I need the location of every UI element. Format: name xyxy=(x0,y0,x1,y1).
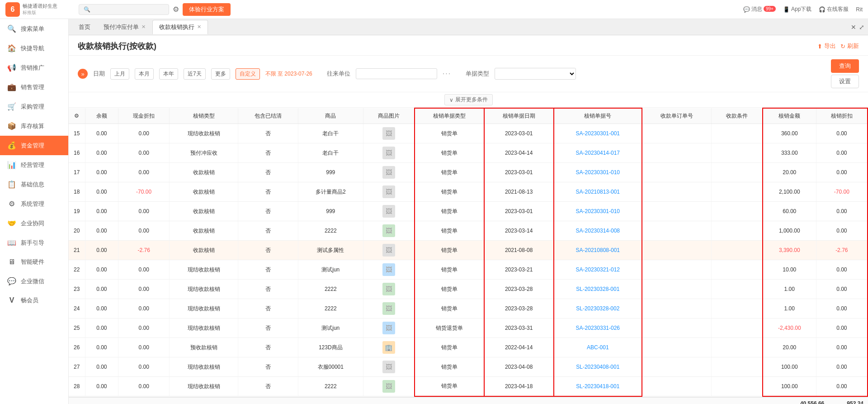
cell-bill-no[interactable]: SL-20230418-001 xyxy=(554,377,642,396)
bill-no-link[interactable]: SA-20230301-010 xyxy=(576,169,620,176)
top-search-area: 🔍 ⚙ 体验行业方案 xyxy=(79,3,739,16)
cell-discount: 0.00 xyxy=(816,377,868,396)
th-discount: 核销折扣 xyxy=(816,108,868,124)
cell-condition xyxy=(711,241,763,260)
cell-bill-no[interactable]: SA-20210813-001 xyxy=(554,182,642,202)
purchase-icon: 🛒 xyxy=(7,102,16,111)
bill-no-link[interactable]: SA-20230321-012 xyxy=(576,266,620,273)
cell-goods: 多计量商品2 xyxy=(298,182,363,202)
tab-home[interactable]: 首页 xyxy=(72,20,97,34)
table-container[interactable]: ⚙ 余额 现金折扣 核销类型 包含已结清 商品 商品图片 核销单据类型 核销单据… xyxy=(69,108,868,404)
bill-no-link[interactable]: ABC-001 xyxy=(587,344,609,351)
trial-btn[interactable]: 体验行业方案 xyxy=(183,3,231,16)
cell-balance: 0.00 xyxy=(85,221,118,241)
sidebar-item-marketing[interactable]: 📢 营销推广 xyxy=(0,58,68,77)
custom-btn[interactable]: 自定义 xyxy=(236,68,260,80)
cell-bill-no[interactable]: SA-20230314-008 xyxy=(554,221,642,241)
sidebar-item-biz[interactable]: 📊 经营管理 xyxy=(0,155,68,175)
settings-icon[interactable]: ⚙ xyxy=(173,5,179,14)
sidebar-item-inventory[interactable]: 📦 库存核算 xyxy=(0,116,68,136)
sidebar-item-sales[interactable]: 💼 销售管理 xyxy=(0,77,68,97)
cell-bill-date: 2023-04-08 xyxy=(484,357,554,377)
th-balance: 余额 xyxy=(85,108,118,124)
app-download-btn[interactable]: 📱 App下载 xyxy=(783,5,811,13)
cell-no: 24 xyxy=(69,299,85,318)
cell-type: 现结收款核销 xyxy=(170,260,238,280)
messages-btn[interactable]: 💬 消息 99+ xyxy=(743,5,776,13)
more-btn[interactable]: 更多 xyxy=(211,68,230,80)
this-year-btn[interactable]: 本年 xyxy=(159,68,178,80)
tab-prepay[interactable]: 预付冲应付单 ✕ xyxy=(97,20,152,34)
cell-bill-no[interactable]: SA-20230414-017 xyxy=(554,143,642,163)
bill-no-link[interactable]: SA-20210813-001 xyxy=(576,189,620,195)
bill-no-link[interactable]: SA-20230301-001 xyxy=(576,130,620,137)
cell-bill-no[interactable]: ABC-001 xyxy=(554,338,642,357)
last7-btn[interactable]: 近7天 xyxy=(184,68,206,80)
cell-bill-no[interactable]: SA-20230301-010 xyxy=(554,202,642,221)
cell-balance: 0.00 xyxy=(85,124,118,143)
tab-close-btn[interactable]: ✕ xyxy=(851,24,856,31)
setting-btn[interactable]: 设置 xyxy=(831,75,859,88)
bill-no-link[interactable]: SL-20230408-001 xyxy=(576,364,619,370)
export-btn[interactable]: ⬆ 导出 xyxy=(817,42,836,50)
tab-writeoff-close[interactable]: ✕ xyxy=(197,24,201,30)
cell-bill-no[interactable]: SA-20210808-001 xyxy=(554,241,642,260)
cell-balance: 0.00 xyxy=(85,318,118,338)
cell-order-no xyxy=(642,377,711,396)
cell-discount: 0.00 xyxy=(816,280,868,299)
last-month-btn[interactable]: 上月 xyxy=(110,68,129,80)
cell-cash-discount: 0.00 xyxy=(118,318,170,338)
cell-bill-no[interactable]: SA-20230301-001 xyxy=(554,124,642,143)
user-name[interactable]: Rit xyxy=(856,6,863,13)
sidebar-item-vip[interactable]: V 畅会员 xyxy=(0,291,68,310)
tab-expand-btn[interactable]: ⤢ xyxy=(859,24,864,31)
cell-balance: 0.00 xyxy=(85,241,118,260)
sidebar-item-search-menu[interactable]: 🔍 搜索菜单 xyxy=(0,19,68,38)
sidebar-item-quick-nav[interactable]: 🏠 快捷导航 xyxy=(0,38,68,58)
cell-goods-img: 🖼 xyxy=(363,221,415,241)
bill-no-link[interactable]: SA-20210808-001 xyxy=(576,247,620,253)
this-month-btn[interactable]: 本月 xyxy=(135,68,154,80)
sidebar-item-newbie[interactable]: 📖 新手引导 xyxy=(0,233,68,252)
cell-type: 现结收款核销 xyxy=(170,280,238,299)
th-type: 核销类型 xyxy=(170,108,238,124)
bill-no-link[interactable]: SL-20230328-001 xyxy=(576,286,619,292)
bill-no-link[interactable]: SA-20230301-010 xyxy=(576,208,620,214)
sidebar-item-capital[interactable]: 💰 资金管理 xyxy=(0,136,68,155)
sidebar-item-system[interactable]: ⚙ 系统管理 xyxy=(0,194,68,214)
sidebar-item-smarthw[interactable]: 🖥 智能硬件 xyxy=(0,252,68,271)
date-range: 不限 至 2023-07-26 xyxy=(265,70,312,78)
cell-bill-no[interactable]: SL-20230328-001 xyxy=(554,280,642,299)
sidebar-item-basic[interactable]: 📋 基础信息 xyxy=(0,175,68,194)
cell-goods: 衣服00001 xyxy=(298,357,363,377)
bill-no-link[interactable]: SA-20230331-026 xyxy=(576,325,620,331)
sidebar-item-corp[interactable]: 🤝 企业协同 xyxy=(0,214,68,233)
sidebar: 🔍 搜索菜单 🏠 快捷导航 📢 营销推广 💼 销售管理 🛒 采购管理 📦 库存核… xyxy=(0,19,69,404)
filter-expand-btn[interactable]: » xyxy=(78,69,88,79)
partner-input[interactable] xyxy=(356,68,437,79)
refresh-btn[interactable]: ↻ 刷新 xyxy=(840,42,859,50)
table-row: 23 0.00 0.00 现结收款核销 否 2222 🖼 销货单 2023-03… xyxy=(69,280,868,299)
th-settings[interactable]: ⚙ xyxy=(69,108,85,124)
sidebar-item-wechat[interactable]: 💬 企业微信 xyxy=(0,271,68,291)
sidebar-item-purchase[interactable]: 🛒 采购管理 xyxy=(0,97,68,116)
cell-bill-date: 2023-03-14 xyxy=(484,221,554,241)
table-row: 22 0.00 0.00 现结收款核销 否 测试jun 🖼 销货单 2023-0… xyxy=(69,260,868,280)
bill-no-link[interactable]: SA-20230314-008 xyxy=(576,228,620,234)
bill-no-link[interactable]: SL-20230418-001 xyxy=(576,383,619,390)
cell-bill-no[interactable]: SL-20230328-002 xyxy=(554,299,642,318)
cell-bill-no[interactable]: SA-20230301-010 xyxy=(554,163,642,182)
tab-writeoff[interactable]: 收款核销执行 ✕ xyxy=(152,20,208,34)
bill-no-link[interactable]: SL-20230328-002 xyxy=(576,305,619,312)
query-btn[interactable]: 查询 xyxy=(831,59,859,73)
expand-more-btn[interactable]: ∨ 展开更多条件 xyxy=(444,94,493,105)
cell-bill-no[interactable]: SL-20230408-001 xyxy=(554,357,642,377)
cell-goods: 2222 xyxy=(298,377,363,396)
online-service-btn[interactable]: 🎧 在线客服 xyxy=(819,5,849,13)
bill-type-select[interactable] xyxy=(495,68,576,80)
bill-no-link[interactable]: SA-20230414-017 xyxy=(576,150,620,156)
tab-prepay-close[interactable]: ✕ xyxy=(142,24,146,30)
cell-bill-no[interactable]: SA-20230321-012 xyxy=(554,260,642,280)
cell-bill-type: 销货退货单 xyxy=(415,318,484,338)
cell-bill-no[interactable]: SA-20230331-026 xyxy=(554,318,642,338)
